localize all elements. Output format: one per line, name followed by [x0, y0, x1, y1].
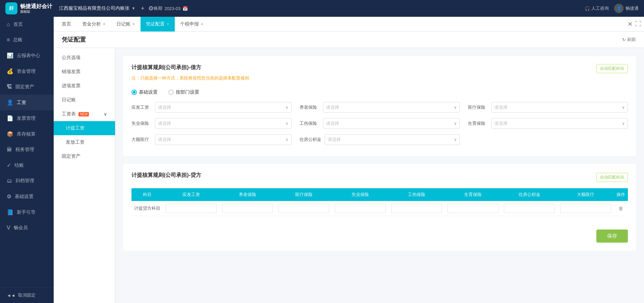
maternity-placeholder: 请选择	[494, 120, 507, 127]
tab-home-label: 首页	[62, 21, 71, 27]
sidebar-item-funds[interactable]: 💰 资金管理	[0, 63, 54, 79]
sub-menu-purchase-invoice[interactable]: 进项发票	[54, 79, 115, 93]
sub-menu-fixed-assets[interactable]: 固定资产	[54, 149, 115, 163]
salary-table-label: 工资表 NEW	[62, 111, 89, 117]
add-button[interactable]: +	[141, 5, 145, 12]
sidebar-label-ledger: 总账	[13, 37, 22, 43]
sidebar-item-invoice[interactable]: 📄 发票管理	[0, 110, 54, 126]
sidebar-item-guide[interactable]: 📘 新手引导	[0, 204, 54, 220]
delete-row-icon[interactable]: 🗑	[619, 206, 623, 211]
field-maternity: 生育保险 请选择 ∨	[468, 118, 628, 129]
tab-tax-report[interactable]: 个税申报 ×	[175, 17, 209, 32]
main-panel: 计提核算规则(公司承担)-借方 注：只能选择一种方式，系统将按照您当前的选择来配…	[115, 48, 644, 303]
sub-menu-public[interactable]: 公共选项	[54, 51, 115, 65]
cancel-pin-label: 取消固定	[18, 292, 36, 298]
tab-journal-close-icon[interactable]: ×	[132, 22, 135, 27]
topbar-right: 🎧 人工咨询 👤 畅捷通	[585, 4, 639, 13]
large-medical-label: 大额医疗	[131, 137, 152, 143]
content-area: 首页 资金分析 × 日记账 × 凭证配置 × 个税申报 × ✕ ⛶	[54, 17, 644, 303]
user-menu[interactable]: 👤 畅捷通	[614, 4, 639, 13]
field-gross-salary: 应发工资 请选择 ∨	[131, 102, 291, 113]
housing-fund-select[interactable]: 请选择 ∨	[325, 134, 460, 145]
sidebar-item-close[interactable]: ✓ 结账	[0, 157, 54, 173]
input-medical[interactable]	[278, 204, 329, 213]
debit-section-title: 计提核算规则(公司承担)-借方	[131, 64, 249, 71]
sidebar-item-tax[interactable]: 🏛 税务管理	[0, 142, 54, 157]
cancel-pin-button[interactable]: ◄◄ 取消固定	[0, 287, 54, 303]
table-header-row: 科目 应发工资 养老保险 医疗保险 失业保险 工伤保险 生育保险 住房公积金 大…	[131, 188, 628, 201]
sidebar-item-assets[interactable]: 🏗 固定资产	[0, 79, 54, 95]
radio-basic[interactable]: 基础设置	[131, 89, 158, 95]
cell-action: 🗑	[614, 201, 628, 216]
radio-department[interactable]: 按部门设置	[168, 89, 199, 95]
tab-funds-analysis[interactable]: 资金分析 ×	[77, 17, 111, 32]
tab-journal[interactable]: 日记账 ×	[111, 17, 141, 32]
period-selector[interactable]: 账期 2023-03 📅	[154, 5, 188, 11]
save-button[interactable]: 保存	[596, 230, 628, 243]
inventory-icon: 📦	[7, 131, 13, 137]
gross-salary-placeholder: 请选择	[158, 104, 171, 110]
form-grid: 应发工资 请选择 ∨ 养老保险 请选择 ∨	[131, 102, 628, 145]
pension-select[interactable]: 请选择 ∨	[323, 102, 460, 113]
invoice-icon: 📄	[7, 115, 13, 121]
sidebar-item-inventory[interactable]: 📦 库存核算	[0, 126, 54, 142]
salary-icon: 👤	[7, 99, 13, 106]
maternity-select[interactable]: 请选择 ∨	[491, 118, 628, 129]
sidebar-item-settings[interactable]: ⚙ 基础设置	[0, 189, 54, 204]
injury-label: 工伤保险	[300, 120, 320, 127]
home-icon: ⌂	[7, 21, 10, 28]
input-injury[interactable]	[391, 204, 442, 213]
gross-salary-select[interactable]: 请选择 ∨	[155, 102, 291, 113]
field-pension: 养老保险 请选择 ∨	[300, 102, 460, 113]
tab-tax-close-icon[interactable]: ×	[201, 22, 203, 27]
input-maternity[interactable]	[447, 204, 498, 213]
input-gross[interactable]	[166, 204, 217, 213]
input-large-med[interactable]	[560, 204, 611, 213]
sidebar-item-salary[interactable]: 👤 工资	[0, 95, 54, 110]
large-medical-select[interactable]: 请选择 ∨	[155, 134, 291, 145]
sub-menu-accrual[interactable]: 计提工资	[54, 121, 115, 135]
input-unemployment[interactable]	[335, 204, 386, 213]
sidebar-item-reports[interactable]: 📊 云报表中心	[0, 48, 54, 63]
assets-icon: 🏗	[7, 84, 12, 90]
cell-large-med-input	[557, 201, 614, 216]
sub-menu-sales-invoice[interactable]: 销项发票	[54, 65, 115, 79]
table-row: 计提贷方科目 🗑	[131, 201, 628, 216]
tab-home[interactable]: 首页	[56, 17, 77, 32]
unemployment-select[interactable]: 请选择 ∨	[155, 118, 291, 129]
auto-match-credit-button[interactable]: 自动匹配科目	[596, 173, 628, 182]
auto-match-debit-button[interactable]: 自动匹配科目	[596, 64, 628, 73]
input-housing[interactable]	[504, 204, 555, 213]
sidebar-item-member[interactable]: V 畅会员	[0, 220, 54, 236]
logo-sub: 旗舰版	[20, 10, 52, 14]
sub-menu-journal[interactable]: 日记账	[54, 93, 115, 107]
field-housing-fund: 住房公积金 请选择 ∨	[300, 134, 460, 145]
col-subject: 科目	[131, 188, 163, 201]
housing-fund-chevron-icon: ∨	[454, 137, 457, 142]
tab-funds-close-icon[interactable]: ×	[103, 22, 105, 27]
avatar: 👤	[614, 4, 624, 13]
support-link[interactable]: 🎧 人工咨询	[585, 5, 609, 11]
settings-button[interactable]: ⚙	[148, 5, 154, 12]
refresh-button[interactable]: ↻ 刷新	[622, 37, 636, 43]
radio-group: 基础设置 按部门设置	[131, 89, 628, 95]
user-name: 畅捷通	[626, 5, 639, 11]
tab-voucher-config[interactable]: 凭证配置 ×	[141, 17, 175, 32]
tab-expand-button[interactable]: ⛶	[635, 20, 641, 28]
sidebar-label-guide: 新手引导	[17, 209, 36, 215]
sub-menu-payment[interactable]: 发放工资	[54, 135, 115, 149]
logo-main: 畅捷通好会计	[20, 3, 52, 9]
sidebar-item-home[interactable]: ⌂ 首页	[0, 17, 54, 32]
medical-select[interactable]: 请选择 ∨	[491, 102, 628, 113]
input-pension[interactable]	[222, 204, 273, 213]
col-pension: 养老保险	[219, 188, 276, 201]
tab-close-button[interactable]: ✕	[628, 20, 633, 28]
large-medical-placeholder: 请选择	[158, 137, 171, 143]
injury-select[interactable]: 请选择 ∨	[323, 118, 460, 129]
sidebar-item-archive[interactable]: 🗂 归档管理	[0, 173, 54, 189]
tab-voucher-close-icon[interactable]: ×	[167, 22, 169, 27]
sidebar-item-ledger[interactable]: ≡ 总账	[0, 32, 54, 48]
sub-menu-salary-table[interactable]: 工资表 NEW ∨	[54, 107, 115, 121]
body-split: 公共选项 销项发票 进项发票 日记账 工资表 NEW ∨ 计提工资 发放工资 固…	[54, 48, 644, 303]
company-selector[interactable]: 江西服宝精品有限责任公司内账张 ▼	[59, 5, 136, 11]
